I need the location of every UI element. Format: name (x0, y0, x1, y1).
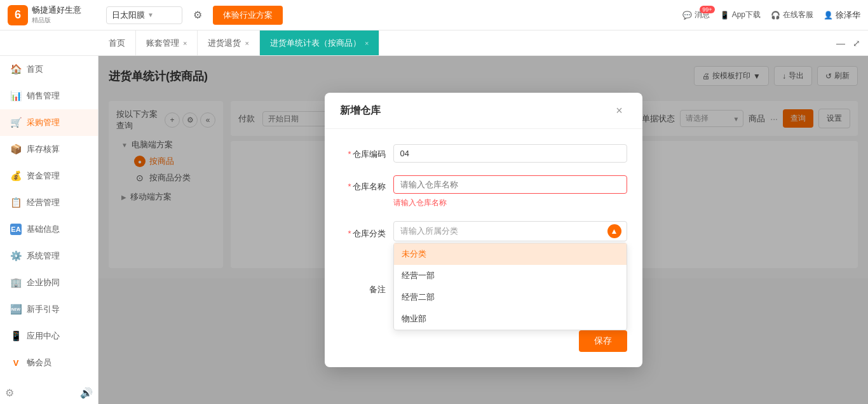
tab-spacer (379, 30, 829, 55)
tab-purchase-stats[interactable]: 进货单统计表（按商品） × (260, 30, 379, 55)
trial-button[interactable]: 体验行业方案 (213, 6, 283, 25)
close-tab-purchase-return[interactable]: × (245, 39, 248, 47)
headset-icon: 🎧 (771, 11, 780, 20)
category-placeholder: 请输入所属分类 (400, 226, 458, 237)
tab-accounts-label: 账套管理 (146, 37, 179, 49)
form-row-code: *仓库编码 (340, 144, 627, 163)
sidebar-purchase-label: 采购管理 (27, 117, 60, 128)
form-row-name: *仓库名称 请输入仓库名称 (340, 175, 627, 208)
sidebar-item-enterprise[interactable]: 🏢 企业协同 (0, 269, 98, 296)
tab-purchase-return-label: 进货退货 (208, 37, 241, 49)
sidebar-apps-label: 应用中心 (27, 330, 60, 342)
name-error-message: 请输入仓库名称 (393, 198, 447, 207)
sidebar-inventory-label: 库存核算 (27, 144, 60, 155)
code-label: *仓库编码 (340, 144, 386, 160)
store-selector[interactable]: 日太阳膜 ▼ (106, 6, 182, 24)
tab-expand-icon[interactable]: ⤢ (850, 36, 863, 51)
message-badge: 99+ (700, 6, 714, 13)
sidebar: 🏠 首页 📊 销售管理 🛒 采购管理 📦 库存核算 💰 资金管理 📋 经营管理 … (0, 56, 98, 404)
sidebar-item-finance[interactable]: 💰 资金管理 (0, 163, 98, 189)
basics-icon: EA (10, 224, 22, 235)
finance-icon: 💰 (10, 170, 22, 182)
sidebar-item-basics[interactable]: EA 基础信息 (0, 216, 98, 243)
modal-header: 新增仓库 × (325, 93, 642, 129)
sidebar-item-sales[interactable]: 📊 销售管理 (0, 83, 98, 109)
dropdown-item-2[interactable]: 经营二部 (394, 286, 627, 308)
purchase-icon: 🛒 (10, 117, 22, 128)
dropdown-item-0[interactable]: 未分类 (394, 243, 627, 265)
logo-sub: 精品版 (32, 16, 81, 25)
note-label: 备注 (340, 279, 386, 295)
sidebar-system-label: 系统管理 (27, 250, 60, 262)
sidebar-item-guide[interactable]: 🆕 新手引导 (0, 296, 98, 323)
sidebar-item-member[interactable]: V 畅会员 (0, 349, 98, 376)
chevron-up-icon: ▲ (607, 224, 621, 238)
operations-icon: 📋 (10, 197, 22, 208)
sidebar-bottom: ⚙ 🔊 (0, 382, 98, 404)
tab-home-label: 首页 (109, 37, 125, 49)
sales-icon: 📊 (10, 90, 22, 102)
sidebar-item-apps[interactable]: 📱 应用中心 (0, 323, 98, 349)
tab-home[interactable]: 首页 (98, 30, 136, 55)
system-icon: ⚙️ (10, 250, 22, 262)
user-icon: 👤 (824, 11, 833, 20)
logo-icon: 6 (8, 5, 28, 25)
sidebar-item-operations[interactable]: 📋 经营管理 (0, 189, 98, 216)
home-icon: 🏠 (10, 64, 22, 75)
service-item[interactable]: 🎧 在线客服 (771, 10, 813, 20)
tab-bar: 首页 账套管理 × 进货退货 × 进货单统计表（按商品） × — ⤢ (0, 30, 868, 56)
sidebar-member-label: 畅会员 (27, 357, 51, 368)
guide-icon: 🆕 (10, 304, 22, 315)
modal-body: *仓库编码 *仓库名称 请输入仓库名称 (325, 129, 642, 318)
add-warehouse-modal: 新增仓库 × *仓库编码 *仓库名称 (325, 93, 642, 367)
form-row-category: *仓库分类 请输入所属分类 ▲ 未分类 经营一部 经营二部 (340, 221, 627, 241)
message-item[interactable]: 💬 消息 99+ (682, 10, 710, 20)
sidebar-item-home[interactable]: 🏠 首页 (0, 56, 98, 83)
speaker-icon[interactable]: 🔊 (80, 387, 93, 399)
apps-icon: 📱 (10, 330, 22, 342)
app-icon: 📱 (720, 11, 729, 20)
sidebar-basics-label: 基础信息 (27, 224, 60, 235)
user-name: 徐泽华 (836, 10, 860, 21)
content-wrapper: 进货单统计(按商品) 🖨 按模板打印 ▼ ↓ 导出 ↺ 刷新 (98, 56, 868, 404)
category-dropdown-menu: 未分类 经营一部 经营二部 物业部 (393, 243, 627, 330)
main-layout: 🏠 首页 📊 销售管理 🛒 采购管理 📦 库存核算 💰 资金管理 📋 经营管理 … (0, 56, 868, 404)
category-dropdown-wrapper: 请输入所属分类 ▲ 未分类 经营一部 经营二部 物业部 (393, 221, 627, 241)
store-name: 日太阳膜 (112, 10, 145, 21)
modal-title: 新增仓库 (340, 104, 381, 118)
sidebar-sales-label: 销售管理 (27, 90, 60, 102)
user-item[interactable]: 👤 徐泽华 (824, 10, 860, 21)
dropdown-item-1[interactable]: 经营一部 (394, 265, 627, 286)
message-icon: 💬 (682, 11, 692, 20)
modal-overlay[interactable]: 新增仓库 × *仓库编码 *仓库名称 (98, 56, 868, 404)
sidebar-item-system[interactable]: ⚙️ 系统管理 (0, 243, 98, 269)
dropdown-item-3[interactable]: 物业部 (394, 308, 627, 330)
code-input[interactable] (393, 144, 627, 163)
gear-icon[interactable]: ⚙ (187, 5, 208, 25)
tab-purchase-stats-label: 进货单统计表（按商品） (270, 37, 361, 49)
category-dropdown-trigger[interactable]: 请输入所属分类 ▲ (393, 221, 627, 241)
tab-minimize-icon[interactable]: — (834, 36, 848, 51)
sidebar-item-purchase[interactable]: 🛒 采购管理 (0, 109, 98, 136)
sidebar-guide-label: 新手引导 (27, 304, 60, 315)
modal-close-button[interactable]: × (612, 103, 627, 118)
sidebar-item-inventory[interactable]: 📦 库存核算 (0, 136, 98, 163)
settings-bottom-icon[interactable]: ⚙ (5, 387, 14, 399)
service-label: 在线客服 (783, 10, 813, 20)
modal-footer: 保存 (325, 330, 642, 352)
header-center: 日太阳膜 ▼ ⚙ 体验行业方案 (106, 5, 682, 25)
name-input[interactable] (393, 175, 627, 194)
sidebar-operations-label: 经营管理 (27, 197, 60, 208)
member-icon: V (10, 357, 22, 368)
header-right: 💬 消息 99+ 📱 App下载 🎧 在线客服 👤 徐泽华 (682, 10, 860, 21)
tab-accounts[interactable]: 账套管理 × (136, 30, 198, 55)
close-tab-purchase-stats[interactable]: × (365, 39, 369, 47)
tab-controls: — ⤢ (829, 30, 868, 55)
logo-text: 畅捷通好生意 (32, 5, 81, 16)
category-label: *仓库分类 (340, 224, 386, 239)
close-tab-accounts[interactable]: × (183, 39, 187, 47)
tab-purchase-return[interactable]: 进货退货 × (198, 30, 259, 55)
save-button[interactable]: 保存 (579, 330, 627, 352)
chevron-down-icon: ▼ (147, 11, 154, 18)
app-download-item[interactable]: 📱 App下载 (720, 10, 761, 20)
